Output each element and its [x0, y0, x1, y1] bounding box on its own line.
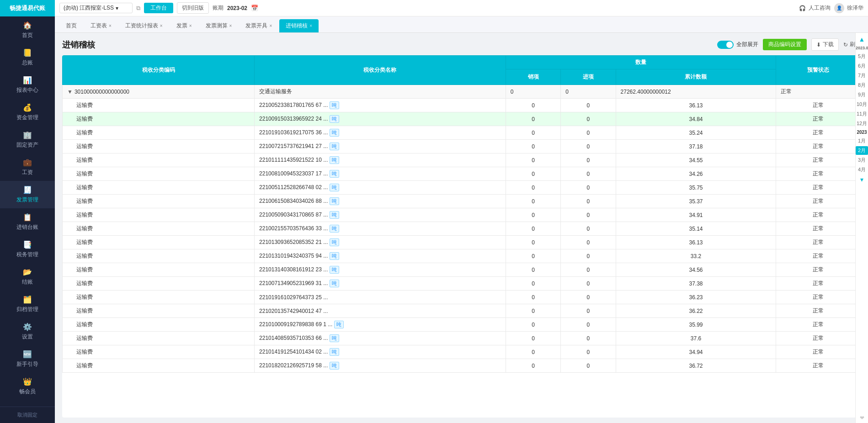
- td-purchase: 0: [561, 318, 616, 332]
- td-purchase: 0: [561, 140, 616, 153]
- td-status: 正常: [776, 318, 861, 332]
- td-sale: 0: [506, 332, 560, 345]
- td-name: 运输费: [63, 208, 255, 222]
- month-2-current[interactable]: 2月: [856, 146, 868, 155]
- sidebar-item-label: 发票管理: [16, 196, 38, 204]
- copy-icon[interactable]: ⧉: [136, 5, 140, 12]
- tab-invoice-issue-close[interactable]: ×: [269, 23, 272, 28]
- expand-toggle[interactable]: [717, 41, 734, 49]
- month-4[interactable]: 4月: [856, 165, 868, 174]
- td-purchase: 0: [561, 359, 616, 373]
- salary-icon: 💼: [23, 158, 32, 167]
- sidebar-item-invoice-mgmt[interactable]: 🧾 发票管理: [0, 181, 55, 208]
- td-status: 正常: [776, 249, 861, 263]
- sidebar-item-settings[interactable]: ⚙️ 设置: [0, 318, 55, 345]
- tab-invoice[interactable]: 发票 ×: [170, 19, 198, 32]
- expand-icon[interactable]: ▼: [67, 89, 73, 95]
- td-purchase: 0: [561, 332, 616, 345]
- sidebar-item-label: 进销台账: [16, 223, 38, 231]
- sidebar-item-vip[interactable]: 👑 畅会员: [0, 373, 55, 400]
- month-5[interactable]: 5月: [856, 52, 868, 61]
- td-sale: 0: [506, 126, 560, 140]
- tab-purchase-reconcile-close[interactable]: ×: [309, 23, 312, 28]
- sidebar-item-purchase-ledger[interactable]: 📋 进销台账: [0, 208, 55, 236]
- td-total: 34.84: [616, 112, 776, 126]
- td-status: 正常: [776, 345, 861, 359]
- month-10[interactable]: 10月: [856, 100, 868, 109]
- td-invoice: 221010009192789838 69 1 ... 吨: [255, 318, 506, 332]
- tab-purchase-reconcile[interactable]: 进销稽核 ×: [279, 19, 319, 32]
- td-name: 交通运输服务: [255, 85, 506, 99]
- td-sale: 0: [506, 236, 560, 249]
- tag: 吨: [330, 252, 339, 260]
- tag: 吨: [330, 280, 339, 287]
- month-3[interactable]: 3月: [856, 156, 868, 164]
- calendar-icon[interactable]: 📅: [251, 5, 258, 11]
- download-button[interactable]: ⬇ 下载: [811, 38, 839, 51]
- sidebar-item-reports[interactable]: 📊 报表中心: [0, 71, 55, 99]
- td-invoice: 221005112528266748 02 ... 吨: [255, 181, 506, 195]
- td-invoice: 221019103619217075 36 ... 吨: [255, 126, 506, 140]
- content-area: 进销稽核 全部展开 商品编码设置 ⬇ 下载 ↻ 刷新: [55, 33, 868, 423]
- support-label[interactable]: 人工咨询: [809, 4, 831, 12]
- td-name: 运输费: [63, 249, 255, 263]
- topbar: (勿动) 江西报室-LSS ▾ ⧉ 工作台 切到旧版 账期 2023-02 📅 …: [55, 0, 868, 16]
- tag: 吨: [330, 143, 339, 150]
- td-sale: 0: [506, 263, 560, 277]
- settings-icon: ⚙️: [23, 323, 32, 331]
- sidebar-item-assets[interactable]: 🏢 固定资产: [0, 126, 55, 153]
- td-invoice: 221009150313965922 24 ... 吨: [255, 112, 506, 126]
- tab-salary-report[interactable]: 工资统计报表 ×: [119, 19, 169, 32]
- td-status: 正常: [776, 140, 861, 153]
- company-selector[interactable]: (勿动) 江西报室-LSS ▾: [59, 3, 133, 13]
- month-11[interactable]: 11月: [856, 110, 868, 118]
- td-purchase: 0: [561, 195, 616, 208]
- tab-invoice-calc[interactable]: 发票测算 ×: [199, 19, 239, 32]
- td-name: 运输费: [63, 195, 255, 208]
- sidebar-unpin[interactable]: 取消固定: [0, 407, 55, 423]
- month-8[interactable]: 8月: [856, 81, 868, 90]
- nav-down[interactable]: ▾: [860, 175, 863, 184]
- td-purchase: 0: [561, 167, 616, 181]
- sidebar-item-archive[interactable]: 🗂️ 归档管理: [0, 291, 55, 318]
- sidebar-item-ledger[interactable]: 📒 总账: [0, 44, 55, 71]
- tab-salary-table[interactable]: 工资表 ×: [84, 19, 118, 32]
- sidebar-item-label: 归档管理: [16, 306, 38, 313]
- td-purchase: 0: [561, 153, 616, 167]
- settings-button[interactable]: 商品编码设置: [763, 39, 807, 50]
- td-name: 运输费: [63, 332, 255, 345]
- switch-version-button[interactable]: 切到旧版: [177, 2, 209, 14]
- td-sale: 0: [506, 195, 560, 208]
- sidebar-item-guide[interactable]: 🆕 新手引导: [0, 345, 55, 373]
- td-code: ▼301000000000000000: [63, 85, 255, 99]
- month-9[interactable]: 9月: [856, 90, 868, 99]
- td-name: 运输费: [63, 112, 255, 126]
- sidebar-item-salary[interactable]: 💼 工资: [0, 153, 55, 181]
- sidebar-item-home[interactable]: 🏠 首页: [0, 16, 55, 44]
- td-purchase: 0: [561, 208, 616, 222]
- panel-icon[interactable]: ❤: [860, 414, 864, 423]
- tag: 吨: [334, 321, 344, 328]
- month-7[interactable]: 7月: [856, 71, 868, 80]
- month-6[interactable]: 6月: [856, 62, 868, 70]
- tab-invoice-close[interactable]: ×: [189, 23, 192, 28]
- tag: 吨: [330, 211, 339, 219]
- workbench-button[interactable]: 工作台: [144, 3, 173, 13]
- td-name: 运输费: [63, 99, 255, 112]
- td-status: 正常: [776, 85, 861, 99]
- td-purchase: 0: [561, 291, 616, 304]
- tab-salary-report-close[interactable]: ×: [160, 23, 163, 28]
- th-quantity: 数量: [506, 56, 776, 69]
- nav-up[interactable]: ▲: [859, 35, 865, 44]
- td-total: 35.37: [616, 195, 776, 208]
- tab-invoice-issue[interactable]: 发票开具 ×: [239, 19, 278, 32]
- user-name[interactable]: 徐泽华: [847, 4, 863, 12]
- sidebar-item-checkout[interactable]: 📂 结账: [0, 263, 55, 291]
- month-1[interactable]: 1月: [856, 137, 868, 145]
- sidebar-item-finance[interactable]: 💰 资金管理: [0, 99, 55, 126]
- sidebar-item-tax[interactable]: 📑 税务管理: [0, 236, 55, 263]
- tab-invoice-calc-close[interactable]: ×: [229, 23, 232, 28]
- month-12[interactable]: 12月: [856, 119, 868, 128]
- tab-home[interactable]: 首页: [59, 19, 83, 32]
- tab-salary-table-close[interactable]: ×: [109, 23, 112, 28]
